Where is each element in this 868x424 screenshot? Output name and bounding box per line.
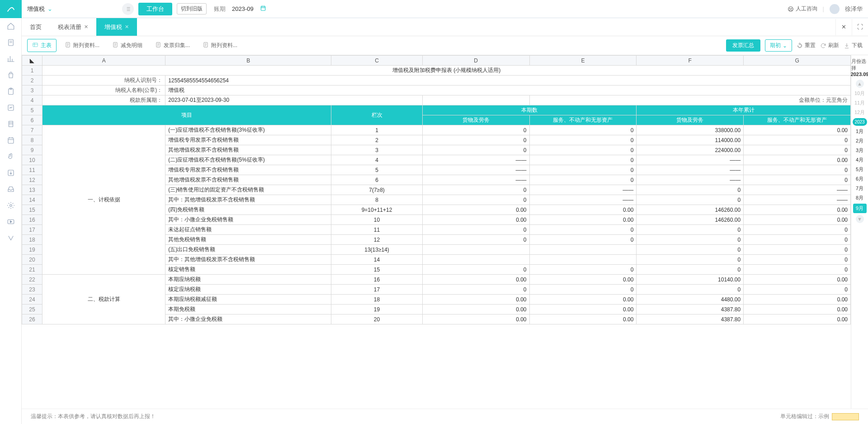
calendar-picker-icon[interactable] xyxy=(260,5,266,13)
item-cell[interactable]: 本期免税额 xyxy=(165,305,331,314)
cell[interactable]: 6 xyxy=(331,175,422,185)
home-icon[interactable] xyxy=(0,18,22,34)
row-header[interactable]: 23 xyxy=(22,285,42,295)
close-icon[interactable]: ✕ xyxy=(84,24,88,30)
row-header[interactable]: 26 xyxy=(22,314,42,324)
cell[interactable]: 0.00 xyxy=(529,305,637,314)
row-header[interactable]: 20 xyxy=(22,255,42,265)
row-header[interactable]: 19 xyxy=(22,245,42,255)
cell[interactable]: 0 xyxy=(422,235,529,245)
cell[interactable]: 10140.00 xyxy=(637,275,744,285)
row-header[interactable]: 16 xyxy=(22,215,42,225)
cell[interactable]: 0 xyxy=(529,135,637,145)
cell[interactable]: 4387.80 xyxy=(637,314,744,324)
cell[interactable]: 146260.00 xyxy=(637,205,744,215)
item-cell[interactable]: 增值税专用发票不含税销售额 xyxy=(165,165,331,175)
cell[interactable]: 0 xyxy=(422,225,529,235)
cell[interactable]: 0 xyxy=(744,135,851,145)
item-cell[interactable]: 其他免税销售额 xyxy=(165,235,331,245)
item-cell[interactable]: 核定应纳税额 xyxy=(165,285,331,295)
row-header[interactable]: 24 xyxy=(22,295,42,305)
cell[interactable]: 0 xyxy=(422,195,529,205)
workspace-button[interactable]: 工作台 xyxy=(138,3,172,15)
cell[interactable]: 13(13≥14) xyxy=(331,245,422,255)
company-selector[interactable]: 增值税 ⌄ xyxy=(27,5,118,13)
cell[interactable]: 0.00 xyxy=(422,314,529,324)
col-header[interactable]: A xyxy=(42,56,165,66)
row-header[interactable]: 15 xyxy=(22,205,42,215)
month-item[interactable]: 11月 xyxy=(851,98,868,108)
cell[interactable]: 0.00 xyxy=(744,295,851,305)
cell[interactable]: 0 xyxy=(529,165,637,175)
cell[interactable]: 0.00 xyxy=(422,205,529,215)
cell[interactable]: 0 xyxy=(422,185,529,195)
sheet-tab[interactable]: 主表 xyxy=(27,39,57,52)
cell[interactable]: 0 xyxy=(422,125,529,135)
item-cell[interactable]: (二)应征增值税不含税销售额(5%征收率) xyxy=(165,155,331,165)
calendar-icon[interactable] xyxy=(0,132,22,148)
cell[interactable]: 0 xyxy=(744,255,851,265)
cell[interactable] xyxy=(529,245,637,255)
month-item[interactable]: 1月 xyxy=(851,127,868,136)
cell[interactable]: 10 xyxy=(331,215,422,225)
download-button[interactable]: 下载 xyxy=(844,42,863,49)
row-header[interactable]: 21 xyxy=(22,265,42,275)
cell[interactable]: 0.00 xyxy=(529,275,637,285)
cell[interactable]: 0.00 xyxy=(529,205,637,215)
month-item[interactable]: 2月 xyxy=(851,136,868,146)
cell[interactable]: 0.00 xyxy=(529,295,637,305)
item-cell[interactable]: 其中：其他增值税发票不含税销售额 xyxy=(165,255,331,265)
cell[interactable]: 0 xyxy=(529,225,637,235)
cell[interactable]: 4480.00 xyxy=(637,295,744,305)
col-header[interactable]: D xyxy=(422,56,529,66)
cell[interactable]: 8 xyxy=(331,195,422,205)
item-cell[interactable]: 本期应纳税额减征额 xyxy=(165,295,331,305)
cell[interactable]: 0.00 xyxy=(422,305,529,314)
cell[interactable]: 3 xyxy=(331,145,422,155)
cell[interactable] xyxy=(529,255,637,265)
cell[interactable]: 0 xyxy=(744,175,851,185)
cell[interactable] xyxy=(422,95,529,105)
cell[interactable]: 0.00 xyxy=(744,205,851,215)
item-cell[interactable]: (三)销售使用过的固定资产不含税销售额 xyxy=(165,185,331,195)
month-item[interactable]: 5月 xyxy=(851,165,868,174)
list-icon-button[interactable] xyxy=(122,3,134,15)
doc-icon[interactable] xyxy=(0,34,22,51)
item-cell[interactable]: 其中：小微企业免税销售额 xyxy=(165,215,331,225)
month-item[interactable]: 4月 xyxy=(851,155,868,165)
cell[interactable]: 0 xyxy=(422,145,529,155)
cell[interactable]: —— xyxy=(422,175,529,185)
cell[interactable] xyxy=(422,255,529,265)
cell[interactable]: 0 xyxy=(529,155,637,165)
cell[interactable]: 16 xyxy=(331,275,422,285)
row-header[interactable]: 25 xyxy=(22,305,42,314)
cell[interactable]: 0 xyxy=(637,235,744,245)
cell[interactable]: 0 xyxy=(637,185,744,195)
sheet-tab[interactable]: 减免明细 xyxy=(108,39,147,52)
month-down-icon[interactable]: ▼ xyxy=(856,215,864,223)
cell[interactable]: 0 xyxy=(744,165,851,175)
item-cell[interactable]: 其他增值税发票不含税销售额 xyxy=(165,175,331,185)
cell[interactable]: 224000.00 xyxy=(637,145,744,155)
cell[interactable]: 14 xyxy=(331,255,422,265)
cell[interactable]: 338000.00 xyxy=(637,125,744,135)
cell[interactable]: —— xyxy=(637,165,744,175)
row-header[interactable]: 10 xyxy=(22,155,42,165)
cell[interactable]: 0 xyxy=(744,145,851,155)
row-header[interactable]: 22 xyxy=(22,275,42,285)
cell[interactable]: 0 xyxy=(529,125,637,135)
row-header[interactable]: 14 xyxy=(22,195,42,205)
refresh-button[interactable]: 刷新 xyxy=(820,42,839,49)
cell[interactable]: 0 xyxy=(529,235,637,245)
cell[interactable]: 0.00 xyxy=(422,275,529,285)
row-header[interactable]: 1 xyxy=(22,66,42,76)
cell[interactable]: 0 xyxy=(529,175,637,185)
cell[interactable]: 0 xyxy=(637,285,744,295)
cell[interactable]: 0 xyxy=(744,235,851,245)
page-tab[interactable]: 税表清册✕ xyxy=(50,18,96,36)
cell[interactable]: 0.00 xyxy=(422,215,529,225)
month-item[interactable]: 6月 xyxy=(851,174,868,184)
cell[interactable]: 18 xyxy=(331,295,422,305)
row-header[interactable]: 9 xyxy=(22,145,42,155)
invoice-summary-button[interactable]: 发票汇总 xyxy=(726,39,760,52)
